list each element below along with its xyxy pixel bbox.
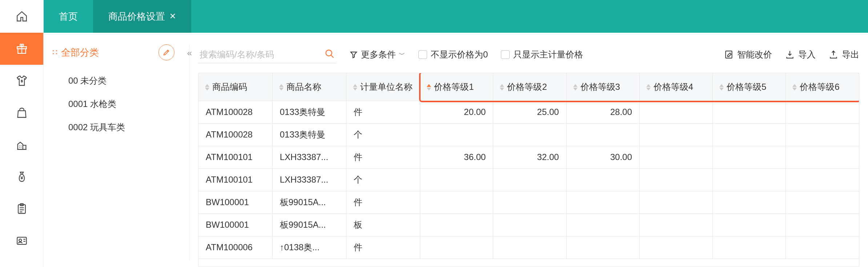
cell-p2[interactable]: 25.00	[493, 101, 566, 123]
sidebar-money[interactable]: ¥	[0, 161, 43, 193]
cell-p6[interactable]	[786, 123, 859, 146]
column-header-p2[interactable]: 价格等级2	[493, 73, 566, 101]
sidebar-home[interactable]	[0, 0, 43, 33]
more-conditions-button[interactable]: 更多条件 ﹀	[349, 49, 405, 60]
cell-p4[interactable]	[639, 168, 712, 191]
sort-icon	[500, 84, 504, 91]
cell-p1[interactable]	[420, 214, 493, 236]
shirt-icon: $	[16, 75, 28, 87]
tab-label: 首页	[59, 10, 78, 23]
cell-p5[interactable]	[713, 191, 786, 214]
cell-unit: 个	[346, 123, 420, 146]
sidebar-clothing[interactable]: $	[0, 65, 43, 97]
cell-p6[interactable]	[786, 191, 859, 214]
cell-p6[interactable]	[786, 101, 859, 123]
cell-code: ATM100101	[198, 146, 272, 168]
cell-p6[interactable]	[786, 146, 859, 168]
svg-point-11	[19, 239, 21, 242]
cell-p2[interactable]: 32.00	[493, 146, 566, 168]
cell-p3[interactable]	[566, 123, 639, 146]
sort-icon	[646, 84, 651, 91]
cell-p4[interactable]	[639, 191, 712, 214]
moneybag-icon: ¥	[16, 171, 28, 183]
cell-p2[interactable]	[493, 123, 566, 146]
tab-product-price-settings[interactable]: 商品价格设置 ✕	[93, 0, 191, 33]
cell-p2[interactable]	[493, 168, 566, 191]
sidebar-shopping[interactable]	[0, 97, 43, 129]
cell-p4[interactable]	[639, 146, 712, 168]
cell-p2[interactable]	[493, 214, 566, 236]
cell-p3[interactable]: 30.00	[566, 146, 639, 168]
cell-unit: 件	[346, 146, 420, 168]
column-header-name[interactable]: 商品名称	[272, 73, 346, 101]
cell-p4[interactable]	[639, 123, 712, 146]
cell-p5[interactable]	[713, 123, 786, 146]
category-all[interactable]: ∷ 全部分类	[52, 46, 99, 59]
sidebar-building[interactable]	[0, 129, 43, 161]
cell-p1[interactable]: 36.00	[420, 146, 493, 168]
tab-close-icon[interactable]: ✕	[169, 12, 176, 21]
smart-reprice-button[interactable]: 智能改价	[724, 49, 772, 60]
table-row[interactable]: ATM100006↑0138奥...件	[198, 236, 859, 259]
table-row[interactable]: BW100001板99015A...件	[198, 191, 859, 214]
table-row[interactable]: BW100001板99015A...板	[198, 214, 859, 236]
cell-p1[interactable]	[420, 236, 493, 259]
sidebar-clipboard[interactable]	[0, 193, 43, 225]
cell-p5[interactable]	[713, 101, 786, 123]
cell-p4[interactable]	[639, 101, 712, 123]
cell-p5[interactable]	[713, 214, 786, 236]
cell-p5[interactable]	[713, 236, 786, 259]
cell-p1[interactable]	[420, 123, 493, 146]
search-input[interactable]	[198, 46, 336, 63]
cell-p2[interactable]	[493, 191, 566, 214]
category-edit-button[interactable]	[158, 44, 174, 60]
category-all-label: 全部分类	[61, 46, 99, 59]
cell-p6[interactable]	[786, 168, 859, 191]
cell-p1[interactable]: 20.00	[420, 101, 493, 123]
cell-p3[interactable]	[566, 191, 639, 214]
import-button[interactable]: 导入	[785, 49, 816, 60]
search-button[interactable]	[325, 49, 335, 60]
cell-p1[interactable]	[420, 168, 493, 191]
action-label: 导入	[798, 49, 816, 60]
cell-p5[interactable]	[713, 168, 786, 191]
column-header-p5[interactable]: 价格等级5	[713, 73, 786, 101]
cell-p2[interactable]	[493, 236, 566, 259]
checkbox-only-main-unit[interactable]: 只显示主计量价格	[501, 49, 583, 60]
sidebar-contacts[interactable]	[0, 225, 43, 257]
column-header-code[interactable]: 商品编码	[198, 73, 272, 101]
column-header-p6[interactable]: 价格等级6	[786, 73, 859, 101]
tab-home[interactable]: 首页	[44, 0, 93, 33]
category-item[interactable]: 0002 玩具车类	[52, 116, 189, 139]
column-header-p4[interactable]: 价格等级4	[639, 73, 712, 101]
column-header-p1[interactable]: 价格等级1	[420, 73, 493, 101]
table-row[interactable]: ATM100101LXH33387...件36.0032.0030.00	[198, 146, 859, 168]
cell-p3[interactable]	[566, 214, 639, 236]
export-button[interactable]: 导出	[829, 49, 859, 60]
cell-unit: 件	[346, 101, 420, 123]
sidebar-products[interactable]	[0, 33, 43, 65]
table-row[interactable]: ATM100101LXH33387...个	[198, 168, 859, 191]
cell-p4[interactable]	[639, 236, 712, 259]
cell-p3[interactable]	[566, 168, 639, 191]
column-header-unit[interactable]: 计量单位名称	[346, 73, 420, 101]
cell-code: BW100001	[198, 214, 272, 236]
checkbox-hide-zero-price[interactable]: 不显示价格为0	[418, 49, 488, 60]
collapse-handle-icon[interactable]: «	[187, 48, 192, 58]
cell-p5[interactable]	[713, 146, 786, 168]
cell-p3[interactable]	[566, 236, 639, 259]
cell-name: LXH33387...	[272, 168, 346, 191]
category-item[interactable]: 0001 水枪类	[52, 92, 189, 116]
cell-code: ATM100006	[198, 236, 272, 259]
cell-p6[interactable]	[786, 236, 859, 259]
cell-p6[interactable]	[786, 214, 859, 236]
table-row[interactable]: ATM1000280133奥特曼个	[198, 123, 859, 146]
table-row[interactable]: ATM1000280133奥特曼件20.0025.0028.00	[198, 101, 859, 123]
category-item[interactable]: 00 未分类	[52, 69, 189, 92]
cell-p4[interactable]	[639, 214, 712, 236]
cell-name: 板99015A...	[272, 191, 346, 214]
clipboard-icon	[16, 203, 28, 215]
column-header-p3[interactable]: 价格等级3	[566, 73, 639, 101]
cell-p3[interactable]: 28.00	[566, 101, 639, 123]
cell-p1[interactable]	[420, 191, 493, 214]
